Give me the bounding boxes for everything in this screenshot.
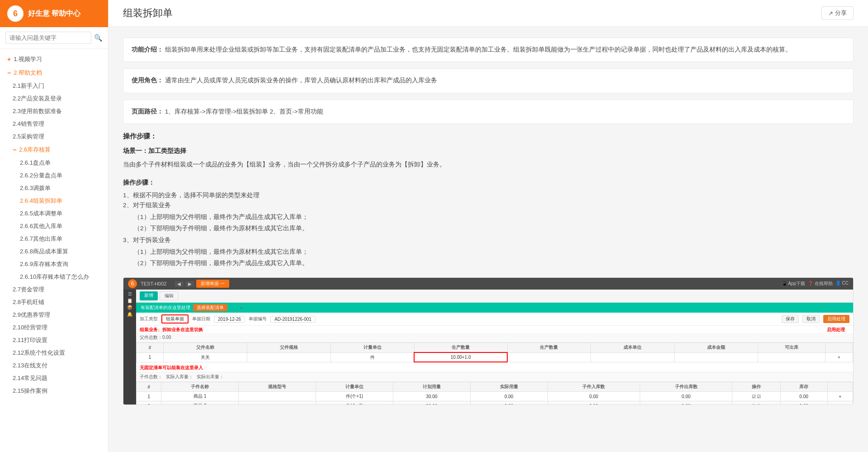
th-prod-qty: 生产数量	[414, 343, 507, 353]
sidebar-item-docs[interactable]: − 2.帮助文档	[0, 66, 108, 80]
cth-ops: 操作	[732, 382, 780, 392]
td-seq: 1	[137, 352, 164, 362]
mock-child-count: 子件总数：	[140, 374, 162, 380]
mock-nav-fwd: ▶	[185, 281, 194, 287]
logo-icon: 6	[7, 5, 24, 22]
sidebar-item-stock-check[interactable]: 2.6.9库存账本查询	[0, 258, 108, 271]
search-input[interactable]	[5, 32, 91, 44]
td-avail	[758, 352, 826, 362]
mock-logo: 6	[128, 279, 137, 288]
cth-in: 子件入库数	[547, 382, 640, 392]
screenshot-container: 6 TEST-H002 ◀ ▶ 新增单据 一 📱 App下载 ❓ 在线帮助 👤 …	[123, 277, 854, 405]
annotation-enable: 启用处理	[827, 327, 845, 333]
sidebar-item-ops[interactable]: 2.10经营管理	[0, 321, 108, 334]
th-name: 父件名称	[164, 343, 247, 353]
share-icon: ↗	[828, 10, 833, 17]
mock-tab-new[interactable]: 新增	[140, 291, 158, 300]
cth-spec: 规格型号	[239, 382, 316, 392]
role-text: 通常由生产人员或库管人员完成拆装业务的操作，库管人员确认原材料的出库和产成品的入…	[165, 77, 437, 84]
sidebar-item-finance[interactable]: 2.7资金管理	[0, 283, 108, 296]
main-area: 组装拆卸单 ↗ 分享 功能介绍： 组装拆卸单用来处理企业组装或拆卸等加工业务，支…	[108, 0, 868, 452]
ops-title: 操作步骤：	[123, 132, 854, 141]
step3-2: （2）下部明细为子件明细，最终作为产成品生成其它入库单。	[123, 257, 854, 269]
sidebar-item-video[interactable]: + 1.视频学习	[0, 52, 108, 66]
sidebar-item-data-prep[interactable]: 2.3使用前数据准备	[0, 105, 108, 118]
app-title: 好生意 帮助中心	[28, 9, 80, 19]
role-label: 使用角色：	[132, 77, 163, 84]
sidebar-item-stock-err[interactable]: 2.6.10库存账本错了怎么办	[0, 271, 108, 283]
sidebar-item-install[interactable]: 2.2产品安装及登录	[0, 92, 108, 105]
child-table-row: 1 商品 1 件(个+1) 30.00 0.00 0.00 0.00 ☑ ☑	[137, 392, 853, 401]
scene1-desc: 当由多个子件材料组装成一个成品的业务为【组装】业务，当由一个父件拆分成多个子产品…	[123, 159, 854, 171]
annotation-bom-row: 无固定清单可以组装在这里录入	[136, 362, 853, 372]
share-label: 分享	[835, 9, 847, 17]
mock-tab-edit[interactable]: 编辑	[160, 291, 179, 300]
mock-cancel-btn[interactable]: 取消	[802, 315, 820, 323]
search-icon[interactable]: 🔍	[94, 34, 103, 42]
mock-table-header-row: 父件总数：0.00	[136, 333, 853, 343]
mock-left-rail: ☰ 📋 📦 🔔	[123, 290, 136, 404]
intro-text: 组装拆卸单用来处理企业组装或拆卸等加工业务，支持有固定装配清单的产品加工业务，也…	[165, 46, 792, 53]
sidebar-item-sales[interactable]: 2.4销售管理	[0, 118, 108, 130]
sidebar-item-assemble[interactable]: 2.6.4组装拆卸单	[0, 195, 108, 207]
sidebar-item-mobile[interactable]: 2.8手机旺铺	[0, 296, 108, 309]
share-button[interactable]: ↗ 分享	[821, 6, 854, 20]
mock-child-amount: 实际出库量：	[197, 374, 224, 380]
mock-child-table-header: 子件总数： 实际入库量： 实际出库量：	[136, 372, 853, 382]
sidebar-item-cases[interactable]: 2.15操作案例	[0, 385, 108, 397]
collapse-icon: −	[13, 146, 16, 153]
sidebar-item-print[interactable]: 2.11打印设置	[0, 334, 108, 347]
sidebar-item-purchase[interactable]: 2.5采购管理	[0, 130, 108, 143]
annotation-bom: 无固定清单可以组装在这里录入	[140, 365, 203, 370]
role-block: 使用角色： 通常由生产人员或库管人员完成拆装业务的操作，库管人员确认原材料的出库…	[123, 68, 854, 93]
mock-alert-text: 有装配清单的在这里处理	[141, 305, 190, 311]
step2: 2、对于组装业务	[123, 201, 854, 209]
step1: 1、根据不同的业务，选择不同单据的类型来处理	[123, 191, 854, 200]
sidebar-item-inventory[interactable]: − 2.6库存核算	[0, 143, 108, 157]
sidebar-item-other-in[interactable]: 2.6.6其他入库单	[0, 220, 108, 233]
mock-titlebar-text: TEST-H002	[141, 281, 166, 286]
th-actions	[825, 343, 853, 353]
step2-1: （1）上部明细为父件明细，最终作为产成品生成其它入库单；	[123, 211, 854, 223]
sidebar-item-newbie[interactable]: 2.1新手入门	[0, 80, 108, 92]
mock-parent-table: # 父件名称 父件规格 计量单位 生产数量 生产数量 成本单位 成本金额 可出库	[136, 343, 853, 362]
td-qty: 10.00+1.0	[414, 352, 507, 362]
cth-seq: #	[137, 382, 161, 392]
td-spec	[247, 352, 330, 362]
sidebar-item-payment[interactable]: 2.13在线支付	[0, 359, 108, 372]
mock-confirm-btn[interactable]: 启用处理	[823, 315, 849, 323]
sidebar-item-adjust[interactable]: 2.6.3调拨单	[0, 182, 108, 195]
mock-no-label: 单据编号	[249, 316, 267, 322]
sidebar-item-coupon[interactable]: 2.9优惠券管理	[0, 309, 108, 321]
mock-alert-banner: 有装配清单的在这里处理 选择装配清单 ←	[136, 303, 853, 313]
cth-out: 子件出库数	[640, 382, 732, 392]
sidebar-item-faq[interactable]: 2.14常见问题	[0, 372, 108, 385]
sidebar-item-cost-calc[interactable]: 2.6.8商品成本重算	[0, 245, 108, 258]
intro-label: 功能介绍：	[132, 46, 163, 53]
mock-alert-btn[interactable]: 选择装配清单	[193, 304, 227, 311]
td-qty2	[507, 352, 591, 362]
sidebar-item-split-stock[interactable]: 2.6.2分量盘点单	[0, 169, 108, 182]
expand-icon: +	[7, 56, 11, 63]
ops-steps-title: 操作步骤：	[123, 179, 854, 187]
sidebar-header: 6 好生意 帮助中心	[0, 0, 108, 27]
mock-no-value: AD-20191226-001	[270, 316, 316, 323]
mock-new-doc-btn[interactable]: 新增单据 一	[196, 280, 229, 288]
mock-user-icon: 👤 CC	[835, 281, 849, 287]
sidebar-item-cost-adjust[interactable]: 2.6.5成本调整单	[0, 207, 108, 220]
th-cost-unit: 成本单位	[591, 343, 675, 353]
mock-help-icon: ❓ 在线帮助	[808, 281, 833, 287]
sidebar-item-personal[interactable]: 2.12系统个性化设置	[0, 347, 108, 359]
sidebar-item-stocktake[interactable]: 2.6.1盘点单	[0, 157, 108, 169]
nav-tree: + 1.视频学习 − 2.帮助文档 2.1新手入门 2.2产品安装及登录 2.3…	[0, 49, 108, 452]
main-content: 功能介绍： 组装拆卸单用来处理企业组装或拆卸等加工业务，支持有固定装配清单的产品…	[108, 27, 868, 452]
cth-act	[827, 382, 853, 392]
th-cost-amount: 成本金额	[675, 343, 758, 353]
mock-save-btn[interactable]: 保存	[782, 315, 799, 323]
mock-nav-back: ◀	[175, 281, 184, 287]
mock-form-header: 加工类型 组装单据 单据日期 2019-12-26 单据编号 AD-201912…	[136, 313, 853, 326]
mock-type-select[interactable]: 组装单据	[161, 314, 189, 324]
intro-block: 功能介绍： 组装拆卸单用来处理企业组装或拆卸等加工业务，支持有固定装配清单的产品…	[123, 38, 854, 62]
cth-unit: 计量单位	[316, 382, 393, 392]
sidebar-item-other-out[interactable]: 2.6.7其他出库单	[0, 233, 108, 245]
